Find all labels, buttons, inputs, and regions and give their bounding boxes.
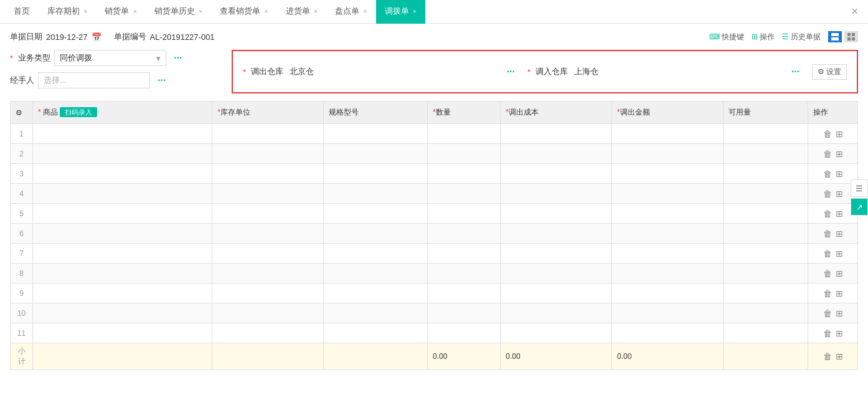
tab-close-transfer[interactable]: × [413, 7, 417, 15]
cell-spec[interactable] [324, 303, 428, 323]
cell-amount[interactable] [612, 264, 724, 283]
cell-qty[interactable] [428, 323, 501, 343]
cell-amount[interactable] [612, 244, 724, 264]
tab-close-inventory-init[interactable]: × [83, 7, 87, 15]
cell-unit[interactable] [212, 323, 324, 343]
cell-qty[interactable] [428, 124, 501, 144]
settings-button[interactable]: ⚙ 设置 [812, 64, 847, 80]
cell-unit[interactable] [212, 303, 324, 323]
cell-amount[interactable] [612, 164, 724, 184]
cell-cost[interactable] [501, 283, 612, 303]
scan-button[interactable]: 扫码录入 [60, 107, 97, 117]
cell-unit[interactable] [212, 244, 324, 264]
cell-unit[interactable] [212, 164, 324, 184]
cell-qty[interactable] [428, 283, 501, 303]
cell-available[interactable] [723, 264, 808, 283]
delete-icon[interactable]: 🗑 [823, 169, 832, 179]
cell-cost[interactable] [501, 323, 612, 343]
delete-icon[interactable]: 🗑 [823, 149, 832, 159]
tab-close-view-sales[interactable]: × [264, 7, 268, 15]
tab-close-sales-history[interactable]: × [199, 7, 202, 15]
cell-cost[interactable] [501, 224, 612, 244]
cell-cost[interactable] [501, 184, 612, 204]
cell-unit[interactable] [212, 184, 324, 204]
tab-sales-history[interactable]: 销货单历史 × [146, 0, 211, 24]
cell-spec[interactable] [324, 244, 428, 264]
tab-purchase[interactable]: 进货单 × [277, 0, 326, 24]
cell-product[interactable] [33, 303, 212, 323]
calendar-icon[interactable]: 📅 [92, 32, 101, 42]
cell-available[interactable] [723, 224, 808, 244]
copy-icon[interactable]: ⊞ [836, 229, 843, 239]
cell-product[interactable] [33, 164, 212, 184]
cell-amount[interactable] [612, 323, 724, 343]
tab-close-purchase[interactable]: × [314, 7, 318, 15]
business-type-more-btn[interactable]: ··· [174, 52, 182, 64]
th-settings[interactable]: ⚙ [11, 102, 33, 124]
sidebar-expand-btn[interactable]: ↗ [851, 198, 868, 216]
history-button[interactable]: ☰ 历史单据 [782, 32, 821, 42]
cell-product[interactable] [33, 124, 212, 144]
cell-cost[interactable] [501, 244, 612, 264]
cell-unit[interactable] [212, 124, 324, 144]
cell-available[interactable] [723, 124, 808, 144]
cell-cost[interactable] [501, 144, 612, 164]
copy-icon[interactable]: ⊞ [836, 149, 843, 159]
cell-product[interactable] [33, 204, 212, 224]
delete-icon[interactable]: 🗑 [823, 189, 832, 199]
delete-icon[interactable]: 🗑 [823, 308, 832, 318]
cell-spec[interactable] [324, 204, 428, 224]
copy-icon[interactable]: ⊞ [836, 209, 843, 219]
cell-qty[interactable] [428, 144, 501, 164]
cell-cost[interactable] [501, 124, 612, 144]
cell-spec[interactable] [324, 164, 428, 184]
cell-product[interactable] [33, 323, 212, 343]
cell-cost[interactable] [501, 264, 612, 283]
cell-product[interactable] [33, 244, 212, 264]
cell-amount[interactable] [612, 124, 724, 144]
cell-cost[interactable] [501, 204, 612, 224]
delete-icon[interactable]: 🗑 [823, 328, 832, 338]
tab-view-sales[interactable]: 查看销货单 × [211, 0, 276, 24]
sidebar-list-btn[interactable]: ☰ [851, 179, 868, 197]
tab-transfer[interactable]: 调拨单 × [376, 0, 425, 24]
cell-product[interactable] [33, 264, 212, 283]
copy-icon[interactable]: ⊞ [836, 308, 843, 318]
cell-qty[interactable] [428, 204, 501, 224]
cell-amount[interactable] [612, 144, 724, 164]
tab-bar-close-button[interactable]: × [846, 5, 863, 18]
cell-available[interactable] [723, 244, 808, 264]
cell-qty[interactable] [428, 264, 501, 283]
cell-available[interactable] [723, 184, 808, 204]
cell-available[interactable] [723, 204, 808, 224]
cell-unit[interactable] [212, 264, 324, 283]
cell-unit[interactable] [212, 224, 324, 244]
tab-close-sales-order[interactable]: × [133, 7, 136, 15]
handler-select[interactable]: 选择... [38, 72, 150, 88]
cell-product[interactable] [33, 144, 212, 164]
copy-icon[interactable]: ⊞ [836, 249, 843, 259]
cell-spec[interactable] [324, 124, 428, 144]
layout-btn-1[interactable] [828, 31, 842, 42]
copy-icon[interactable]: ⊞ [836, 328, 843, 338]
cell-amount[interactable] [612, 204, 724, 224]
cell-spec[interactable] [324, 224, 428, 244]
cell-spec[interactable] [324, 283, 428, 303]
cell-product[interactable] [33, 283, 212, 303]
delete-icon[interactable]: 🗑 [823, 229, 832, 239]
cell-product[interactable] [33, 224, 212, 244]
cell-unit[interactable] [212, 144, 324, 164]
operation-button[interactable]: ⊞ 操作 [752, 32, 775, 42]
cell-spec[interactable] [324, 323, 428, 343]
tab-sales-order[interactable]: 销货单 × [96, 0, 145, 24]
delete-icon[interactable]: 🗑 [823, 209, 832, 219]
cell-unit[interactable] [212, 204, 324, 224]
tab-close-stocktake[interactable]: × [363, 7, 367, 15]
copy-icon[interactable]: ⊞ [836, 269, 843, 278]
cell-available[interactable] [723, 164, 808, 184]
tab-stocktake[interactable]: 盘点单 × [326, 0, 375, 24]
shortcut-button[interactable]: ⌨ 快捷键 [709, 32, 744, 42]
copy-icon[interactable]: ⊞ [836, 288, 843, 298]
cell-product[interactable] [33, 184, 212, 204]
copy-icon[interactable]: ⊞ [836, 169, 843, 179]
